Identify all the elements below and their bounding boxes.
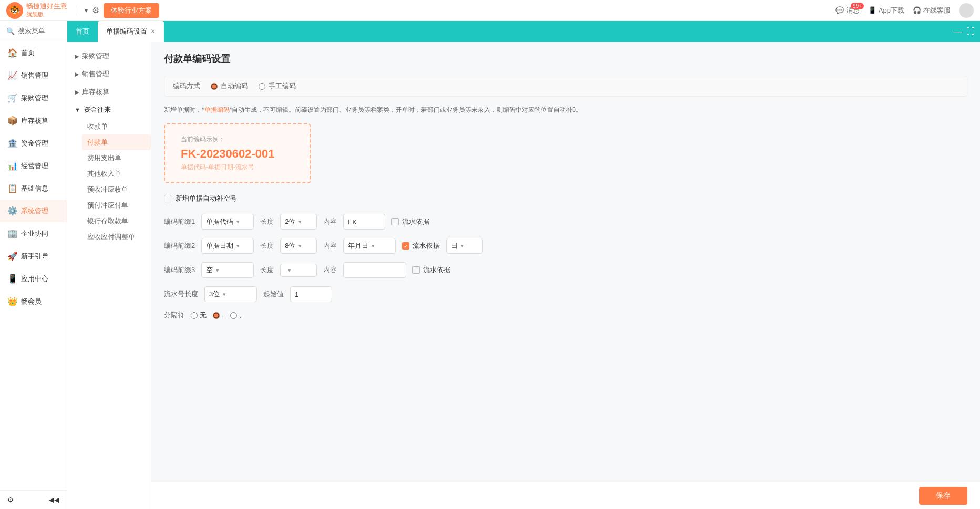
- nav-item-yufushoukuan[interactable]: 预收冲应收单: [82, 182, 151, 198]
- length3-select[interactable]: ▾: [280, 264, 317, 277]
- message-item[interactable]: 💬 消息 99+: [835, 6, 860, 15]
- tab-encoding[interactable]: 单据编码设置 ✕: [98, 21, 164, 42]
- sep-none-radio[interactable]: [191, 312, 198, 319]
- sidebar-search[interactable]: 🔍 搜索菜单: [0, 21, 67, 41]
- nav-item-yinhang[interactable]: 银行存取款单: [82, 213, 151, 229]
- manual-encoding-label: 手工编码: [269, 81, 296, 91]
- logo-icon: 🐯: [6, 2, 23, 19]
- auto-encoding-radio[interactable]: [211, 83, 218, 90]
- settings-bottom-icon[interactable]: ⚙: [7, 496, 14, 504]
- sidebar-item-appcenter[interactable]: 📱 应用中心: [0, 267, 67, 290]
- auto-encoding-option[interactable]: 自动编码: [211, 81, 248, 91]
- top-bar: 🐯 畅捷通好生意 旗舰版 ▾ ⚙ 体验行业方案 💬 消息 99+ 📱 App下载…: [0, 0, 980, 21]
- sidebar-item-finance[interactable]: 🏦 资金管理: [0, 132, 67, 154]
- enterprise-icon: 🏢: [7, 228, 17, 238]
- serial1-label: 流水依据: [402, 217, 429, 226]
- sidebar-item-system[interactable]: ⚙️ 系统管理: [0, 200, 67, 222]
- sidebar-item-purchase[interactable]: 🛒 采购管理: [0, 87, 67, 109]
- save-button[interactable]: 保存: [919, 487, 967, 505]
- sidebar-item-member[interactable]: 👑 畅会员: [0, 290, 67, 313]
- service-item[interactable]: 🎧 在线客服: [913, 6, 951, 15]
- sidebar-item-member-label: 畅会员: [21, 297, 42, 306]
- sidebar-item-basic[interactable]: 📋 基础信息: [0, 177, 67, 200]
- sidebar-item-sales[interactable]: 📈 销售管理: [0, 64, 67, 87]
- sep-dash-option[interactable]: -: [213, 311, 224, 319]
- sidebar-item-inventory[interactable]: 📦 库存核算: [0, 109, 67, 132]
- sep-dot-radio[interactable]: [230, 312, 237, 319]
- tab-bar-right: — ⛶: [954, 27, 980, 36]
- nav-group-purchase-label: 采购管理: [82, 51, 109, 61]
- content3-label: 内容: [323, 265, 337, 275]
- serial3-checkbox[interactable]: [412, 266, 420, 274]
- tab-maximize-icon[interactable]: ⛶: [966, 27, 975, 36]
- sidebar-item-enterprise-label: 企业协同: [21, 229, 48, 238]
- nav-group-inventory[interactable]: ▶ 库存核算: [67, 83, 151, 101]
- collapse-icon[interactable]: ◀◀: [49, 496, 59, 504]
- avatar[interactable]: [959, 3, 974, 18]
- auto-fill-checkbox[interactable]: [164, 195, 171, 202]
- nav-group-purchase[interactable]: ▶ 采购管理: [67, 47, 151, 65]
- content2-value: 年月日: [348, 241, 368, 251]
- prefix1-select[interactable]: 单据代码 ▾: [201, 214, 254, 230]
- encoding-method-label: 编码方式: [173, 81, 200, 91]
- sidebar-item-operations[interactable]: 📊 经营管理: [0, 154, 67, 177]
- trial-button[interactable]: 体验行业方案: [104, 3, 159, 18]
- sep-dash-radio[interactable]: [213, 312, 220, 319]
- separator-row: 分隔符 无 - .: [164, 310, 967, 320]
- prefix2-value: 单据日期: [206, 241, 233, 251]
- manual-encoding-radio[interactable]: [259, 83, 265, 90]
- serial1-checkbox-row[interactable]: 流水依据: [391, 217, 429, 226]
- logo-subtitle: 旗舰版: [26, 11, 67, 18]
- serial2-checkbox-row[interactable]: ✓ 流水依据: [402, 241, 440, 251]
- start-value-input[interactable]: [290, 286, 332, 302]
- chevron-right-inventory-icon: ▶: [75, 89, 79, 96]
- sidebar-item-newguide[interactable]: 🚀 新手引导: [0, 245, 67, 267]
- search-label: 搜索菜单: [18, 26, 45, 36]
- app-label: App下载: [879, 6, 904, 15]
- appcenter-icon: 📱: [7, 274, 17, 284]
- nav-group-sales-label: 销售管理: [82, 69, 109, 79]
- sep-dot-option[interactable]: .: [230, 311, 241, 319]
- nav-item-feiyong[interactable]: 费用支出单: [82, 150, 151, 166]
- prefix3-select[interactable]: 空 ▾: [201, 262, 254, 278]
- content1-input[interactable]: [343, 214, 385, 230]
- length1-select[interactable]: 2位 ▾: [280, 214, 317, 230]
- content2-select[interactable]: 年月日 ▾: [343, 238, 396, 254]
- sidebar-item-home[interactable]: 🏠 首页: [0, 41, 67, 64]
- chevron-right-sales-icon: ▶: [75, 71, 79, 78]
- encoding-method-row: 编码方式 自动编码 手工编码: [164, 76, 967, 97]
- tab-home[interactable]: 首页: [67, 21, 98, 42]
- serial2-checkbox[interactable]: ✓: [402, 242, 409, 250]
- sidebar-item-enterprise[interactable]: 🏢 企业协同: [0, 222, 67, 245]
- nav-group-sales[interactable]: ▶ 销售管理: [67, 65, 151, 83]
- prefix3-label: 编码前缀3: [164, 265, 195, 275]
- prefix2-row: 编码前缀2 单据日期 ▾ 长度 8位 ▾ 内容 年月日: [164, 238, 967, 254]
- nav-item-yingshouyingfu[interactable]: 应收应付调整单: [82, 229, 151, 245]
- nav-group-inventory-label: 库存核算: [82, 87, 109, 97]
- sep-none-option[interactable]: 无: [191, 310, 207, 320]
- nav-item-yufuzhifu[interactable]: 预付冲应付单: [82, 198, 151, 213]
- code-preview-box: 当前编码示例： FK-20230602-001 单据代码-单据日期-流水号: [164, 123, 311, 183]
- length2-select[interactable]: 8位 ▾: [280, 238, 317, 254]
- bottom-bar: 保存: [151, 482, 980, 509]
- purchase-icon: 🛒: [7, 93, 17, 103]
- serial3-checkbox-row[interactable]: 流水依据: [412, 265, 450, 275]
- manual-encoding-option[interactable]: 手工编码: [259, 81, 296, 91]
- serial1-checkbox[interactable]: [391, 218, 399, 225]
- content3-input[interactable]: [343, 262, 406, 278]
- tab-minimize-icon[interactable]: —: [954, 27, 962, 36]
- app-download-item[interactable]: 📱 App下载: [868, 6, 904, 15]
- nav-item-qitashouru[interactable]: 其他收入单: [82, 166, 151, 182]
- nav-group-capital[interactable]: ▼ 资金往来: [67, 101, 151, 119]
- nav-item-fukuan[interactable]: 付款单: [82, 134, 151, 150]
- settings-gear-icon[interactable]: ⚙: [92, 5, 99, 15]
- form-area: 付款单编码设置 编码方式 自动编码 手工编码: [151, 42, 980, 509]
- tab-close-icon[interactable]: ✕: [150, 28, 156, 35]
- length2-chevron-icon: ▾: [298, 243, 302, 250]
- nav-dropdown[interactable]: ▾: [85, 7, 88, 14]
- prefix1-label: 编码前缀1: [164, 217, 195, 226]
- nav-item-shoukuan[interactable]: 收款单: [82, 119, 151, 134]
- serial-length-select[interactable]: 3位 ▾: [204, 286, 257, 302]
- serial2-period-select[interactable]: 日 ▾: [446, 238, 483, 254]
- prefix2-select[interactable]: 单据日期 ▾: [201, 238, 254, 254]
